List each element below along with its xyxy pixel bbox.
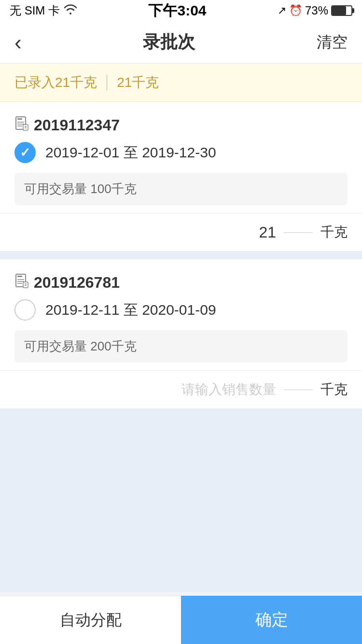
batch-input-value-1: 21: [259, 224, 276, 241]
bottom-area: [0, 408, 362, 592]
batch-row-2[interactable]: 2019-12-11 至 2020-01-09: [14, 299, 348, 321]
batch-input-placeholder-2: 请输入销售数量: [181, 380, 276, 399]
svg-rect-9: [17, 276, 22, 277]
batch-input-row-2: 请输入销售数量 千克: [0, 370, 362, 408]
batch-header-1: 2019112347: [14, 116, 348, 134]
svg-rect-5: [23, 125, 28, 130]
recorded-label: 已录入21千克: [14, 73, 97, 92]
batch-doc-icon-2: [14, 274, 29, 292]
sim-label: 无 SIM 卡: [10, 3, 60, 18]
nav-bar: ‹ 录批次 清空: [0, 21, 362, 64]
batch-row-1[interactable]: 2019-12-01 至 2019-12-30: [14, 142, 348, 163]
batch-id-2: 2019126781: [34, 274, 120, 292]
svg-rect-13: [23, 282, 28, 288]
status-right: ↗ ⏰ 73%: [278, 4, 352, 17]
clear-button[interactable]: 清空: [317, 32, 348, 53]
location-icon: ↗: [278, 4, 286, 17]
alarm-icon: ⏰: [289, 4, 302, 17]
radio-button-1[interactable]: [14, 142, 36, 163]
batch-card-2: 2019126781 2019-12-11 至 2020-01-09 可用交易量…: [0, 259, 362, 408]
battery-percent: 73%: [305, 4, 328, 17]
batch-header-2: 2019126781: [14, 274, 348, 292]
batch-input-row-1: 21 千克: [0, 213, 362, 251]
page-title: 录批次: [143, 30, 195, 54]
batch-doc-icon-1: [14, 116, 29, 134]
auto-distribute-button[interactable]: 自动分配: [0, 596, 181, 644]
status-left: 无 SIM 卡: [10, 3, 77, 18]
banner-divider: [107, 75, 107, 90]
batch-card-1: 2019112347 2019-12-01 至 2019-12-30 可用交易量…: [0, 102, 362, 251]
batch-id-1: 2019112347: [34, 116, 120, 134]
status-time: 下午3:04: [148, 1, 206, 21]
batch-date-1: 2019-12-01 至 2019-12-30: [45, 143, 216, 163]
batch-avail-1: 可用交易量 100千克: [14, 173, 348, 205]
section-gap: [0, 252, 362, 259]
batch-avail-2: 可用交易量 200千克: [14, 330, 348, 363]
confirm-button[interactable]: 确定: [181, 596, 362, 644]
batch-unit-1: 千克: [320, 223, 348, 241]
svg-rect-1: [17, 118, 22, 120]
battery-icon: [331, 5, 352, 16]
batch-unit-2: 千克: [320, 380, 348, 399]
back-button[interactable]: ‹: [14, 30, 22, 55]
footer: 自动分配 确定: [0, 596, 362, 644]
wifi-icon: [64, 4, 77, 17]
batch-date-2: 2019-12-11 至 2020-01-09: [45, 300, 216, 320]
status-bar: 无 SIM 卡 下午3:04 ↗ ⏰ 73%: [0, 0, 362, 21]
radio-button-2[interactable]: [14, 299, 36, 321]
info-banner: 已录入21千克 21千克: [0, 64, 362, 102]
recorded-value: 21千克: [117, 73, 159, 92]
